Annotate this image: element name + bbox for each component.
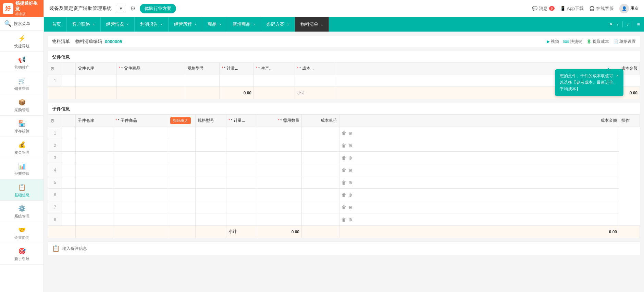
child-row-spec[interactable] (168, 201, 196, 213)
child-row-spec[interactable] (168, 213, 196, 226)
child-row-warehouse[interactable] (62, 139, 76, 152)
child-row-warehouse[interactable] (62, 201, 76, 213)
close-all-tabs[interactable]: × (607, 21, 615, 27)
user-info[interactable]: 👤 用友 (619, 4, 639, 13)
settings-button[interactable]: ⚙ (130, 5, 136, 12)
child-row-goods[interactable] (76, 139, 113, 152)
sidebar-item-system[interactable]: ⚙️ 系统管理 (0, 201, 44, 222)
child-row-warehouse[interactable] (62, 176, 76, 189)
tab-bom[interactable]: 物料清单 × (295, 17, 329, 32)
child-row-goods[interactable] (76, 201, 113, 213)
child-row-unit[interactable] (196, 152, 226, 164)
delete-row-icon[interactable]: 🗑 (342, 180, 346, 185)
copy-row-icon[interactable]: ⊕ (348, 205, 352, 210)
parent-row-cost[interactable] (254, 74, 295, 87)
parent-row-unit[interactable] (185, 74, 220, 87)
sidebar-item-sales[interactable]: 🛒 销售管理 (0, 73, 44, 94)
scan-input-btn[interactable]: 扫码录入 (170, 117, 191, 124)
child-row-goods[interactable] (76, 176, 113, 189)
sidebar-item-finance[interactable]: 💰 资金管理 (0, 137, 44, 158)
parent-row-warehouse[interactable] (62, 74, 76, 87)
tooltip-close-btn[interactable]: × (616, 73, 619, 79)
shortcut-btn[interactable]: ⌨ 快捷键 (563, 39, 582, 45)
parent-row-goods[interactable] (76, 74, 117, 87)
child-row-spec[interactable] (168, 127, 196, 139)
child-row-unit[interactable] (196, 139, 226, 152)
tab-operations[interactable]: 经营情况 × (101, 17, 135, 32)
child-row-spec[interactable] (168, 152, 196, 164)
view-video-btn[interactable]: ▶ 视频 (547, 39, 559, 45)
child-row-quantity[interactable] (226, 127, 257, 139)
sidebar-search[interactable]: 🔍 搜索菜单 (0, 17, 44, 31)
experience-btn[interactable]: 体验行业方案 (140, 4, 176, 13)
child-row-quantity[interactable] (226, 176, 257, 189)
tab-customers-close[interactable]: × (93, 23, 95, 26)
note-icon[interactable]: 📋 (52, 245, 60, 252)
online-service-action[interactable]: 🎧 在线客服 (589, 5, 614, 12)
copy-row-icon[interactable]: ⊕ (348, 192, 352, 198)
child-row-unit-cost[interactable] (257, 201, 302, 213)
child-row-warehouse[interactable] (62, 189, 76, 201)
sidebar-item-operations[interactable]: 📊 经营管理 (0, 158, 44, 179)
sidebar-item-marketing[interactable]: 📢 营销推广 (0, 52, 44, 73)
sidebar-item-quick-nav[interactable]: ⚡ 快捷导航 (0, 31, 44, 52)
tab-operations-close[interactable]: × (127, 23, 129, 26)
child-row-goods[interactable] (76, 152, 113, 164)
copy-row-icon[interactable]: ⊕ (348, 217, 352, 222)
tab-customers[interactable]: 客户联络 × (67, 17, 101, 32)
tab-barcode[interactable]: 条码方案 × (261, 17, 295, 32)
app-download-action[interactable]: 📱 App下载 (560, 5, 584, 12)
child-row-unit[interactable] (196, 176, 226, 189)
child-row-warehouse[interactable] (62, 213, 76, 226)
extract-cost-btn[interactable]: 💲 提取成本 (586, 39, 609, 45)
delete-row-icon[interactable]: 🗑 (342, 217, 346, 222)
tab-new-goods[interactable]: 新增商品 × (227, 17, 261, 32)
child-row-spec[interactable] (168, 164, 196, 176)
sidebar-item-basic-info[interactable]: 📋 基础信息 (0, 179, 44, 201)
child-row-unit[interactable] (196, 213, 226, 226)
tab-history[interactable]: 经营历程 × (169, 17, 202, 32)
child-row-warehouse[interactable] (62, 164, 76, 176)
child-row-quantity[interactable] (226, 189, 257, 201)
delete-row-icon[interactable]: 🗑 (342, 143, 346, 148)
copy-row-icon[interactable]: ⊕ (348, 143, 352, 148)
copy-row-icon[interactable]: ⊕ (348, 180, 352, 185)
sidebar-item-enterprise[interactable]: 🤝 企业协同 (0, 222, 44, 243)
child-row-unit-cost[interactable] (257, 164, 302, 176)
page-menu-btn[interactable]: ≡ (636, 22, 641, 27)
sidebar-item-inventory[interactable]: 🏪 库存核算 (0, 116, 44, 137)
tab-barcode-close[interactable]: × (287, 23, 289, 26)
child-row-unit-cost[interactable] (257, 139, 302, 152)
child-row-unit-cost[interactable] (257, 176, 302, 189)
sidebar-item-purchase[interactable]: 📦 采购管理 (0, 94, 44, 116)
parent-row-production[interactable] (220, 74, 254, 87)
child-row-quantity[interactable] (226, 139, 257, 152)
delete-row-icon[interactable]: 🗑 (342, 130, 346, 136)
delete-row-icon[interactable]: 🗑 (342, 205, 346, 210)
tab-goods-close[interactable]: × (219, 23, 221, 26)
child-row-quantity[interactable] (226, 164, 257, 176)
child-row-warehouse[interactable] (62, 127, 76, 139)
child-settings-icon[interactable]: ⚙ (50, 118, 55, 124)
tab-history-close[interactable]: × (195, 23, 197, 26)
tab-profit-close[interactable]: × (161, 23, 163, 26)
child-row-quantity[interactable] (226, 152, 257, 164)
system-dropdown-btn[interactable]: ▼ (116, 5, 126, 12)
child-row-spec[interactable] (168, 189, 196, 201)
child-row-unit-cost[interactable] (257, 213, 302, 226)
child-row-goods[interactable] (76, 164, 113, 176)
page-next-btn[interactable]: › (626, 22, 630, 27)
tab-profit[interactable]: 利润报告 × (135, 17, 169, 32)
tab-home[interactable]: 首页 (47, 17, 67, 32)
message-action[interactable]: 💬 消息 6 (532, 5, 555, 12)
page-prev-btn[interactable]: ‹ (615, 22, 620, 27)
breadcrumb-item-1[interactable]: 物料清单 (52, 38, 70, 45)
copy-row-icon[interactable]: ⊕ (348, 155, 352, 161)
delete-row-icon[interactable]: 🗑 (342, 167, 346, 173)
note-placeholder[interactable]: 输入备注信息 (62, 246, 87, 252)
child-row-warehouse[interactable] (62, 152, 76, 164)
child-row-unit-cost[interactable] (257, 152, 302, 164)
child-row-quantity[interactable] (226, 213, 257, 226)
copy-row-icon[interactable]: ⊕ (348, 167, 352, 173)
delete-row-icon[interactable]: 🗑 (342, 192, 346, 198)
